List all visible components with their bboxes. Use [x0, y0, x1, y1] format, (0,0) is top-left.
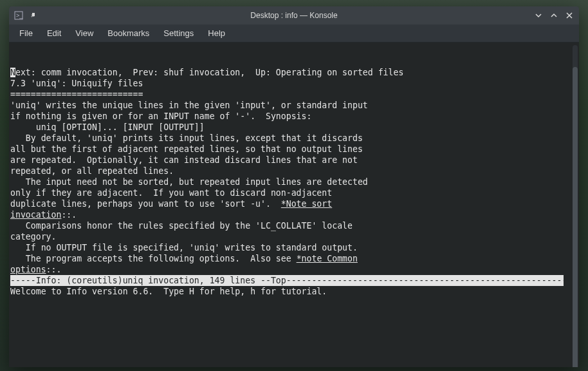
terminal-content: Next: comm invocation, Prev: shuf invoca… [9, 67, 579, 297]
scrollbar-thumb[interactable] [573, 67, 578, 367]
term-line: are repeated. Optionally, it can instead… [10, 155, 579, 166]
term-line: 'uniq' writes the unique lines in the gi… [10, 100, 579, 111]
term-line: only if they are adjacent. If you want t… [10, 187, 579, 198]
term-line: if nothing is given or for an INPUT name… [10, 111, 579, 122]
info-xref-common-cont[interactable]: options [10, 265, 46, 274]
term-line: Comparisons honor the rules specified by… [10, 220, 579, 231]
info-status-line: -----Info: (coreutils)uniq invocation, 1… [10, 275, 564, 286]
titlebar[interactable]: >_ Desktop : info — Konsole [9, 6, 579, 24]
menu-settings[interactable]: Settings [157, 26, 200, 41]
terminal[interactable]: Next: comm invocation, Prev: shuf invoca… [9, 43, 579, 367]
nav-line: ext: comm invocation, Prev: shuf invocat… [15, 68, 403, 77]
menu-view[interactable]: View [69, 26, 100, 41]
menu-bookmarks[interactable]: Bookmarks [101, 26, 156, 41]
info-welcome-line: Welcome to Info version 6.6. Type H for … [10, 286, 579, 297]
pin-icon[interactable] [28, 11, 37, 20]
section-title: 7.3 'uniq': Uniquify files [10, 78, 579, 89]
term-line: all but the first of adjacent repeated l… [10, 144, 579, 155]
menu-help[interactable]: Help [201, 26, 232, 41]
app-icon: >_ [14, 11, 23, 20]
scrollbar[interactable] [573, 45, 578, 362]
synopsis-line: uniq [OPTION]... [INPUT [OUTPUT]] [10, 122, 579, 133]
menubar: File Edit View Bookmarks Settings Help [9, 24, 579, 43]
term-line: repeated, or all repeated lines. [10, 166, 579, 176]
info-xref-sort[interactable]: *Note sort [281, 199, 332, 209]
menu-file[interactable]: File [13, 26, 39, 41]
maximize-button[interactable] [549, 11, 558, 20]
term-line: The input need not be sorted, but repeat… [10, 176, 579, 187]
window-title: Desktop : info — Konsole [9, 11, 579, 20]
term-text: The program accepts the following option… [10, 254, 297, 263]
close-button[interactable] [565, 11, 574, 20]
minimize-button[interactable] [534, 11, 543, 20]
term-text: ::. [61, 210, 77, 220]
cursor: N [10, 68, 15, 77]
term-line: If no OUTPUT file is specified, 'uniq' w… [10, 242, 579, 253]
info-xref-common[interactable]: *note Common [297, 254, 358, 263]
term-line: category. [10, 231, 579, 242]
svg-text:>_: >_ [16, 12, 23, 19]
term-text: duplicate lines, perhaps you want to use… [10, 199, 281, 209]
term-text: ::. [46, 265, 62, 274]
section-underline: ========================== [10, 89, 579, 100]
menu-edit[interactable]: Edit [41, 26, 68, 41]
konsole-window: >_ Desktop : info — Konsole File Edit Vi… [9, 6, 579, 367]
info-xref-sort-cont[interactable]: invocation [10, 210, 61, 220]
term-line: By default, 'uniq' prints its input line… [10, 133, 579, 144]
